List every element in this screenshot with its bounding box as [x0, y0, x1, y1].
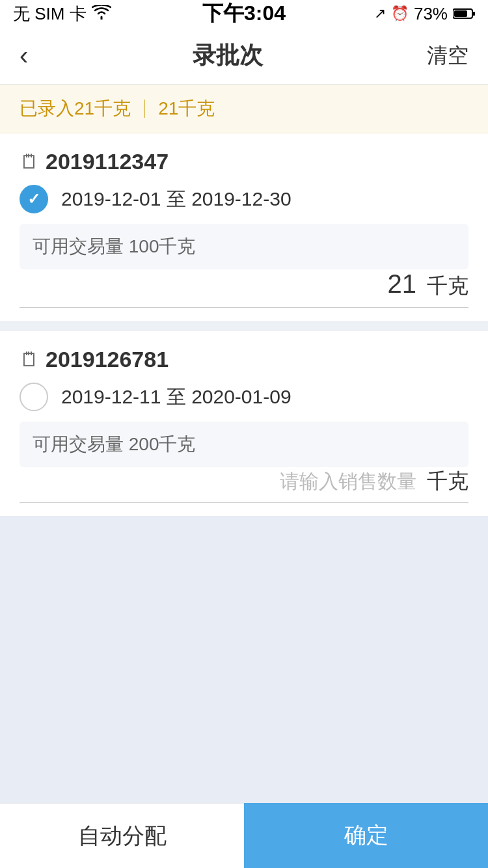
- svg-rect-1: [472, 12, 475, 16]
- banner-divider: [144, 100, 145, 118]
- status-time: 下午3:04: [202, 0, 286, 28]
- batch-1-id: 2019112347: [46, 149, 169, 174]
- batch-card-2: 🗒 2019126781 2019-12-11 至 2020-01-09 可用交…: [0, 331, 488, 467]
- confirm-button[interactable]: 确定: [244, 803, 488, 868]
- battery-level: 73%: [414, 4, 448, 24]
- batch-2-amount-container: 请输入销售数量 千克: [0, 467, 488, 516]
- nav-bar: ‹ 录批次 清空: [0, 27, 488, 85]
- batch-1-date: 2019-12-01 至 2019-12-30: [61, 186, 291, 213]
- page-title: 录批次: [193, 40, 263, 72]
- batch-2-available: 可用交易量 200千克: [20, 422, 468, 467]
- batch-1-date-row: 2019-12-01 至 2019-12-30: [20, 185, 468, 213]
- batch-2-icon: 🗒: [20, 349, 39, 371]
- batch-1-amount-value[interactable]: 21: [388, 269, 417, 299]
- batch-1-radio[interactable]: [20, 185, 48, 213]
- batch-2-header: 🗒 2019126781: [20, 347, 468, 372]
- battery-icon: [453, 4, 475, 24]
- banner-amount: 21千克: [158, 96, 215, 121]
- alarm-icon: ⏰: [391, 5, 409, 22]
- batch-1-amount-row: 21 千克: [20, 269, 468, 308]
- batch-1-available: 可用交易量 100千克: [20, 224, 468, 269]
- batch-1-unit: 千克: [427, 272, 468, 301]
- bottom-bar: 自动分配 确定: [0, 803, 488, 868]
- back-button[interactable]: ‹: [20, 41, 28, 70]
- auto-distribute-button[interactable]: 自动分配: [0, 803, 244, 868]
- svg-rect-2: [454, 10, 467, 17]
- batch-2-date-row: 2019-12-11 至 2020-01-09: [20, 383, 468, 411]
- batch-2-id: 2019126781: [46, 347, 169, 372]
- clear-button[interactable]: 清空: [427, 42, 468, 70]
- batch-2-amount-row: 请输入销售数量 千克: [20, 467, 468, 503]
- section-divider: [0, 321, 488, 331]
- wifi-icon: [92, 4, 111, 24]
- bottom-gray-area: [0, 516, 488, 809]
- batch-1-icon: 🗒: [20, 151, 39, 173]
- batch-card-1: 🗒 2019112347 2019-12-01 至 2019-12-30 可用交…: [0, 133, 488, 269]
- location-icon: ↗: [374, 5, 386, 22]
- info-banner: 已录入21千克 21千克: [0, 85, 488, 133]
- batch-2-input-placeholder[interactable]: 请输入销售数量: [280, 468, 416, 495]
- batch-1-amount-container: 21 千克: [0, 269, 488, 321]
- batch-2-radio[interactable]: [20, 383, 48, 411]
- status-bar: 无 SIM 卡 下午3:04 ↗ ⏰ 73%: [0, 0, 488, 27]
- recorded-amount: 已录入21千克: [20, 96, 131, 121]
- batch-2-date: 2019-12-11 至 2020-01-09: [61, 384, 291, 411]
- batch-2-unit: 千克: [427, 467, 468, 496]
- sim-status: 无 SIM 卡: [13, 3, 87, 25]
- batch-1-header: 🗒 2019112347: [20, 149, 468, 174]
